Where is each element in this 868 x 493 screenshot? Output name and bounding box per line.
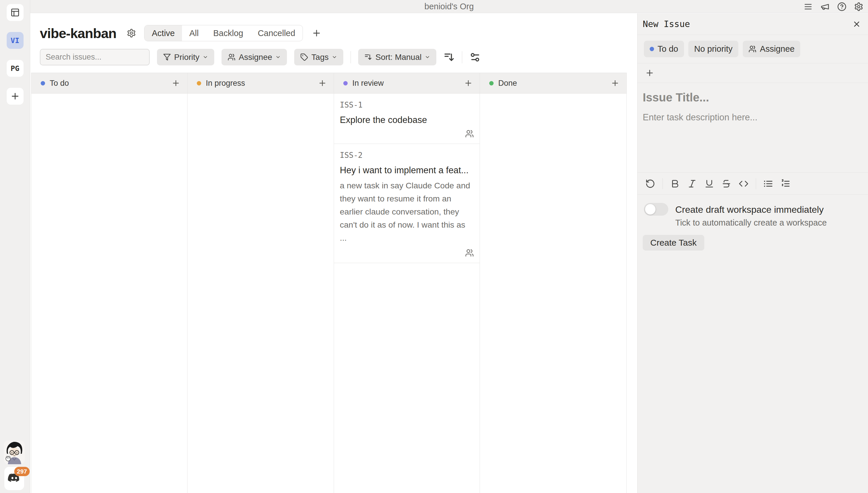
divider bbox=[462, 51, 462, 63]
panel-header: New Issue bbox=[637, 13, 868, 35]
add-property-row bbox=[637, 63, 868, 83]
editor-toolbar bbox=[637, 172, 868, 195]
priority-chip-label: No priority bbox=[694, 44, 733, 54]
status-chip-label: To do bbox=[657, 44, 678, 54]
issue-title: Hey i want to implement a feat... bbox=[340, 165, 474, 176]
add-view-button[interactable] bbox=[311, 28, 322, 38]
column-body bbox=[31, 93, 187, 493]
org-title: benioid's Org bbox=[30, 0, 868, 13]
column-body bbox=[480, 93, 626, 493]
tab-cancelled[interactable]: Cancelled bbox=[251, 25, 303, 41]
column-done: Done bbox=[480, 73, 627, 493]
sort-descending-icon[interactable] bbox=[443, 52, 455, 63]
issue-card-iss-1[interactable]: ISS-1 Explore the codebase bbox=[334, 93, 480, 144]
help-icon[interactable] bbox=[837, 2, 846, 11]
users-icon bbox=[748, 45, 756, 53]
add-card-button[interactable] bbox=[611, 79, 620, 87]
assignees-users-icon[interactable] bbox=[465, 129, 474, 138]
status-chip[interactable]: To do bbox=[644, 41, 684, 57]
bold-icon[interactable] bbox=[670, 179, 680, 189]
issue-title-input[interactable]: Issue Title... bbox=[643, 91, 863, 104]
issue-title: Explore the codebase bbox=[340, 115, 474, 125]
status-dot bbox=[489, 81, 494, 85]
italic-icon[interactable] bbox=[687, 179, 697, 189]
sidebar-workspace-vi[interactable]: VI bbox=[7, 32, 24, 49]
column-header: In review bbox=[334, 73, 480, 93]
display-settings-sliders-icon[interactable] bbox=[470, 52, 480, 63]
priority-filter-button[interactable]: Priority bbox=[157, 49, 214, 65]
board-header: vibe-kanban Active All Backlog Cancelled bbox=[40, 25, 637, 41]
card-footer bbox=[340, 129, 474, 138]
assignee-chip-label: Assignee bbox=[760, 44, 795, 54]
add-property-plus-icon[interactable] bbox=[645, 68, 654, 78]
strikethrough-icon[interactable] bbox=[721, 179, 731, 189]
sidebar: VI PG bbox=[0, 0, 30, 493]
funnel-icon bbox=[163, 53, 171, 61]
column-header: To do bbox=[31, 73, 187, 93]
issue-card-iss-2[interactable]: ISS-2 Hey i want to implement a feat... … bbox=[334, 144, 480, 263]
filter-toolbar: Priority Assignee Tags bbox=[40, 49, 637, 65]
status-dot bbox=[343, 81, 348, 85]
tab-backlog[interactable]: Backlog bbox=[206, 25, 250, 41]
toggle-help-text: Tick to automatically create a workspace bbox=[675, 218, 827, 228]
column-name: To do bbox=[50, 79, 69, 88]
tags-filter-button[interactable]: Tags bbox=[294, 49, 343, 65]
divider bbox=[663, 178, 663, 189]
users-icon bbox=[227, 53, 236, 61]
sidebar-add-workspace-button[interactable] bbox=[7, 88, 24, 105]
numbered-list-icon[interactable] bbox=[781, 179, 790, 189]
megaphone-icon[interactable] bbox=[820, 2, 830, 11]
panel-title: New Issue bbox=[643, 19, 690, 29]
column-name: In review bbox=[352, 79, 384, 88]
priority-chip[interactable]: No priority bbox=[688, 41, 738, 57]
chevron-down-icon bbox=[202, 55, 208, 60]
chevron-down-icon bbox=[332, 55, 337, 60]
bullet-list-icon[interactable] bbox=[763, 179, 773, 189]
discord-notification-badge: 297 bbox=[14, 467, 30, 476]
tags-filter-label: Tags bbox=[311, 52, 328, 62]
kanban-board: vibe-kanban Active All Backlog Cancelled… bbox=[30, 13, 637, 493]
assignee-filter-button[interactable]: Assignee bbox=[221, 49, 287, 65]
sort-button[interactable]: Sort: Manual bbox=[358, 49, 436, 65]
create-task-button[interactable]: Create Task bbox=[643, 235, 704, 251]
status-dot bbox=[650, 47, 654, 51]
add-card-button[interactable] bbox=[318, 79, 327, 87]
user-avatar[interactable] bbox=[4, 441, 25, 464]
toggle-knob bbox=[645, 204, 655, 215]
issue-property-chips: To do No priority Assignee bbox=[637, 35, 868, 63]
draft-workspace-toggle-row: Create draft workspace immediately bbox=[644, 203, 824, 216]
undo-icon[interactable] bbox=[645, 179, 655, 189]
sidebar-workspace-pg[interactable]: PG bbox=[7, 60, 24, 77]
sort-label: Sort: Manual bbox=[375, 52, 421, 62]
draft-workspace-toggle[interactable] bbox=[644, 203, 668, 216]
underline-icon[interactable] bbox=[704, 179, 714, 189]
menu-icon[interactable] bbox=[803, 2, 813, 11]
assignee-filter-label: Assignee bbox=[239, 52, 272, 62]
board-columns: To do In progress bbox=[31, 73, 626, 493]
tab-active[interactable]: Active bbox=[145, 25, 182, 41]
search-input[interactable] bbox=[40, 49, 150, 65]
card-footer bbox=[340, 249, 474, 257]
code-icon[interactable] bbox=[739, 179, 748, 189]
layout-panel-icon[interactable] bbox=[7, 4, 24, 21]
close-icon[interactable] bbox=[852, 20, 861, 28]
add-card-button[interactable] bbox=[172, 79, 180, 87]
page-title: vibe-kanban bbox=[40, 25, 116, 41]
status-filter-tabs: Active All Backlog Cancelled bbox=[144, 25, 303, 41]
tag-icon bbox=[300, 53, 308, 61]
column-name: Done bbox=[498, 79, 517, 88]
project-settings-gear-icon[interactable] bbox=[127, 28, 136, 38]
tab-all[interactable]: All bbox=[182, 25, 206, 41]
issue-description-input[interactable]: Enter task description here... bbox=[643, 112, 863, 123]
assignee-chip[interactable]: Assignee bbox=[743, 41, 800, 57]
topbar-actions bbox=[803, 0, 863, 13]
priority-filter-label: Priority bbox=[174, 52, 199, 62]
issue-id: ISS-1 bbox=[340, 101, 474, 109]
settings-gear-icon[interactable] bbox=[854, 2, 863, 11]
issue-description: a new task in say Claude Code and they w… bbox=[340, 179, 474, 244]
issue-id: ISS-2 bbox=[340, 151, 474, 159]
sort-lines-icon bbox=[364, 53, 372, 61]
add-card-button[interactable] bbox=[464, 79, 473, 87]
assignees-users-icon[interactable] bbox=[465, 249, 474, 257]
column-header: In progress bbox=[188, 73, 334, 93]
